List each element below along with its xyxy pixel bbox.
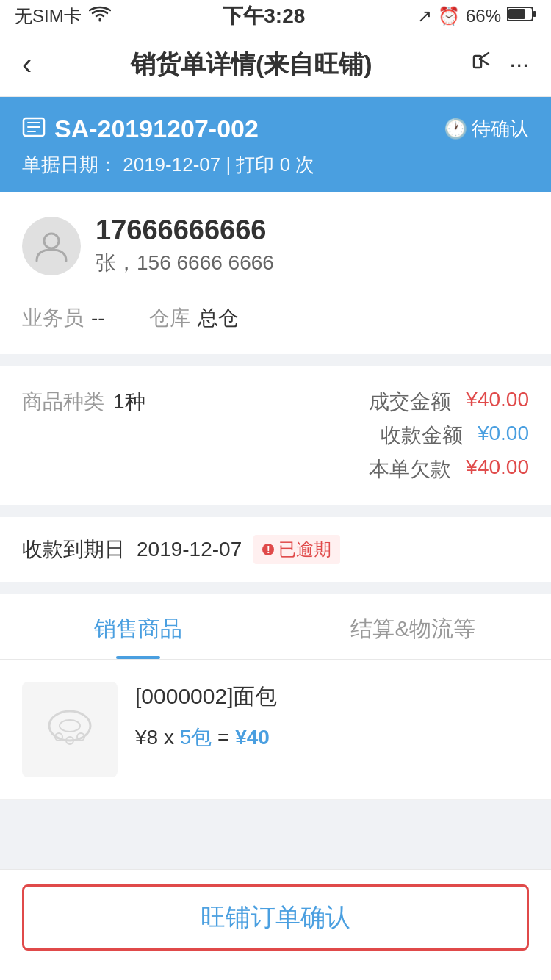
alarm-icon: ⏰: [438, 6, 460, 26]
product-type-value: 1种: [113, 388, 145, 416]
table-row: [0000002]面包 ¥8 x 5包 = ¥40: [0, 660, 551, 800]
amount-row: 成交金额 ¥40.00: [369, 388, 529, 416]
equals-text: =: [212, 726, 235, 749]
avatar: [22, 217, 81, 275]
owed-row: 本单欠款 ¥40.00: [369, 455, 529, 483]
status-bar: 无SIM卡 下午3:28 ↗ ⏰ 66%: [0, 0, 551, 32]
owed-label: 本单欠款: [369, 455, 451, 483]
customer-card: 17666666666 张，156 6666 6666 业务员 -- 仓库 总仓: [0, 192, 551, 354]
status-right: ↗ ⏰ 66%: [417, 6, 536, 26]
order-header: SA-20191207-002 🕐 待确认 单据日期： 2019-12-07 |…: [0, 97, 551, 192]
bottom-bar: 旺铺订单确认: [0, 869, 551, 980]
svg-rect-2: [508, 9, 525, 19]
quantity-text: 5包: [180, 726, 212, 749]
product-price-row: ¥8 x 5包 = ¥40: [135, 724, 529, 752]
owed-value: ¥40.00: [466, 455, 529, 483]
more-button[interactable]: ···: [509, 51, 529, 78]
warehouse-item: 仓库 总仓: [149, 304, 239, 332]
sales-value: --: [91, 306, 105, 330]
svg-point-5: [44, 234, 59, 248]
amount-value: ¥40.00: [466, 388, 529, 416]
status-left: 无SIM卡: [15, 4, 111, 28]
summary-card: 商品种类 1种 成交金额 ¥40.00 收款金额 ¥0.00 本单欠款 ¥40.…: [0, 366, 551, 505]
customer-meta: 业务员 -- 仓库 总仓: [22, 289, 529, 332]
svg-rect-1: [533, 11, 536, 17]
sales-item: 业务员 --: [22, 304, 105, 332]
overdue-icon: !: [262, 544, 274, 555]
nav-right: ···: [471, 50, 529, 79]
summary-right: 成交金额 ¥40.00 收款金额 ¥0.00 本单欠款 ¥40.00: [369, 388, 529, 483]
overdue-badge: ! 已逾期: [253, 535, 340, 564]
status-clock-icon: 🕐: [444, 118, 467, 140]
due-date-value: 2019-12-07: [137, 538, 242, 561]
customer-phone: 17666666666: [96, 215, 274, 246]
order-icon: [22, 115, 46, 143]
warehouse-label: 仓库: [149, 304, 190, 332]
nav-bar: ‹ 销货单详情(来自旺铺) ···: [0, 32, 551, 97]
due-date-label: 收款到期日: [22, 536, 125, 563]
sales-label: 业务员: [22, 304, 84, 332]
product-list: [0000002]面包 ¥8 x 5包 = ¥40: [0, 660, 551, 800]
nav-left: ‹: [22, 48, 32, 81]
due-date-card: 收款到期日 2019-12-07 ! 已逾期: [0, 517, 551, 582]
received-value: ¥0.00: [478, 422, 529, 450]
warehouse-value: 总仓: [198, 304, 239, 332]
product-image: [22, 682, 118, 777]
svg-point-7: [60, 720, 80, 732]
carrier-label: 无SIM卡: [15, 4, 82, 28]
order-status: 🕐 待确认: [444, 116, 529, 142]
received-label: 收款金额: [381, 422, 463, 450]
wifi-icon: [89, 6, 111, 26]
amount-label: 成交金额: [369, 388, 451, 416]
tab-settlement[interactable]: 结算&物流等: [276, 594, 551, 659]
share-button[interactable]: [471, 50, 494, 79]
customer-name: 张，156 6666 6666: [96, 249, 274, 277]
status-time: 下午3:28: [223, 2, 305, 30]
product-name: [0000002]面包: [135, 682, 529, 712]
tabs-container: 销售商品 结算&物流等: [0, 594, 551, 660]
page-title: 销货单详情(来自旺铺): [131, 48, 372, 82]
confirm-order-button[interactable]: 旺铺订单确认: [22, 884, 529, 951]
summary-left: 商品种类 1种: [22, 388, 145, 416]
total-text: ¥40: [235, 726, 270, 749]
battery-icon: [507, 6, 536, 26]
tab-sales-products[interactable]: 销售商品: [0, 594, 276, 659]
received-row: 收款金额 ¥0.00: [381, 422, 529, 450]
order-date: 单据日期： 2019-12-07 | 打印 0 次: [22, 152, 529, 178]
order-id: SA-20191207-002: [22, 115, 259, 143]
price-text: ¥8 x: [135, 726, 180, 749]
overdue-text: 已逾期: [278, 538, 331, 561]
back-button[interactable]: ‹: [22, 48, 32, 81]
tabs: 销售商品 结算&物流等: [0, 594, 551, 660]
product-type-label: 商品种类: [22, 388, 104, 416]
battery-label: 66%: [466, 6, 501, 26]
product-info: [0000002]面包 ¥8 x 5包 = ¥40: [135, 682, 529, 777]
location-icon: ↗: [417, 6, 432, 26]
